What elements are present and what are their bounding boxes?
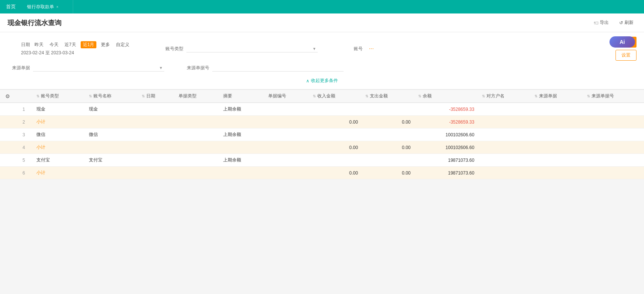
summary-cell: [219, 141, 264, 154]
filter-area: 日期 昨天 今天 近7天 近1月 更多 自定义 2023-02-24 至 202…: [0, 32, 644, 90]
column-settings[interactable]: ⚙: [0, 90, 15, 103]
refresh-button[interactable]: ↺ 刷新: [616, 18, 636, 27]
column-doc-no[interactable]: 单据编号: [264, 90, 309, 103]
balance-cell: 100102606.60: [414, 141, 478, 154]
table-row: 6 小计 0.00 0.00 19871073.60: [0, 167, 644, 179]
summary-cell: [219, 167, 264, 179]
expense-cell: [362, 128, 414, 141]
column-counterparty[interactable]: ⇅对方户名: [478, 90, 531, 103]
column-source-doc-no[interactable]: ⇅来源单据号: [583, 90, 644, 103]
column-expense[interactable]: ⇅支出金额: [362, 90, 414, 103]
account-type-cell: 微信: [33, 128, 85, 141]
source-doc-select[interactable]: ▾: [33, 64, 164, 72]
row-checkbox[interactable]: [0, 128, 15, 141]
column-source-doc[interactable]: ⇅来源单据: [531, 90, 583, 103]
row-checkbox[interactable]: [0, 116, 15, 128]
account-name-cell: [85, 141, 138, 154]
table-row: 3 微信 微信 上期余额 100102606.60: [0, 128, 644, 141]
account-name-cell: [85, 167, 138, 179]
date-opt-yesterday[interactable]: 昨天: [33, 41, 45, 48]
doc-type-cell: [175, 103, 219, 116]
income-cell: [309, 154, 362, 167]
row-checkbox[interactable]: [0, 103, 15, 116]
row-number: 2: [15, 116, 33, 128]
source-doc-no-cell: [583, 128, 644, 141]
source-doc-no-cell: [583, 116, 644, 128]
source-doc-no-cell: [583, 103, 644, 116]
column-income[interactable]: ⇅收入金额: [309, 90, 362, 103]
row-number: 1: [15, 103, 33, 116]
header-actions: ↑□ 导出 ↺ 刷新: [590, 18, 636, 27]
date-range: 2023-02-24 至 2023-03-24: [8, 50, 131, 56]
date-opt-more[interactable]: 更多: [99, 41, 111, 48]
account-more-button[interactable]: ···: [366, 45, 377, 52]
doc-no-cell: [264, 167, 309, 179]
refresh-icon: ↺: [619, 20, 623, 25]
nav-home[interactable]: 首页: [0, 0, 22, 13]
row-checkbox[interactable]: [0, 154, 15, 167]
source-doc-cell: [531, 103, 583, 116]
doc-type-cell: [175, 141, 219, 154]
close-icon[interactable]: ×: [56, 5, 59, 9]
date-opt-custom[interactable]: 自定义: [114, 41, 131, 48]
settings-button[interactable]: 设置: [615, 50, 636, 61]
doc-no-cell: [264, 103, 309, 116]
date-cell: [138, 128, 175, 141]
row-number: 5: [15, 154, 33, 167]
column-account-type[interactable]: ⇅账号类型: [33, 90, 85, 103]
balance-cell: 19871073.60: [414, 167, 478, 179]
source-doc-arrow-icon: ▾: [160, 65, 162, 70]
counterparty-cell: [478, 167, 531, 179]
source-doc-cell: [531, 154, 583, 167]
counterparty-cell: [478, 141, 531, 154]
income-cell: [309, 128, 362, 141]
table-header-row: ⚙ ⇅账号类型 ⇅账号名称 ⇅日期 单据类型 摘要 单据编号 ⇅收入金额 ⇅支出…: [0, 90, 644, 103]
expense-cell: 0.00: [362, 116, 414, 128]
row-checkbox[interactable]: [0, 141, 15, 154]
table-container: ⚙ ⇅账号类型 ⇅账号名称 ⇅日期 单据类型 摘要 单据编号 ⇅收入金额 ⇅支出…: [0, 90, 644, 179]
column-account-name[interactable]: ⇅账号名称: [85, 90, 138, 103]
table-row: 2 小计 0.00 0.00 -3528659.33: [0, 116, 644, 128]
column-summary[interactable]: 摘要: [219, 90, 264, 103]
doc-no-cell: [264, 128, 309, 141]
page-title: 现金银行流水查询: [8, 18, 62, 27]
source-doc-cell: [531, 128, 583, 141]
source-doc-no-input[interactable]: [212, 64, 344, 72]
top-navigation: 首页 收款单×付款单×其他收入单×应收应付调整单×银行存取款单×预收冲应收单×收…: [0, 0, 644, 13]
ai-badge[interactable]: Ai: [609, 36, 635, 48]
gear-icon[interactable]: ⚙: [5, 93, 10, 99]
date-opt-today[interactable]: 今天: [48, 41, 60, 48]
subtotal-label: 小计: [33, 167, 85, 179]
column-balance[interactable]: ⇅余额: [414, 90, 478, 103]
account-name-cell: 支付宝: [85, 154, 138, 167]
account-name-cell: [85, 116, 138, 128]
column-date[interactable]: ⇅日期: [138, 90, 175, 103]
expense-cell: [362, 154, 414, 167]
nav-tab-银行存取款单[interactable]: 银行存取款单×: [22, 0, 73, 13]
expense-cell: [362, 103, 414, 116]
balance-cell: 19871073.60: [414, 154, 478, 167]
date-opt-1month[interactable]: 近1月: [81, 41, 97, 48]
summary-cell: 上期余额: [219, 103, 264, 116]
collapse-bar[interactable]: ∧ 收起更多条件: [8, 75, 636, 85]
balance-cell: -3528659.33: [414, 116, 478, 128]
source-doc-label: 来源单据: [8, 65, 30, 71]
date-opt-7days[interactable]: 近7天: [63, 41, 78, 48]
counterparty-cell: [478, 116, 531, 128]
doc-no-cell: [264, 141, 309, 154]
account-type-select[interactable]: ▾: [186, 45, 318, 52]
counterparty-cell: [478, 103, 531, 116]
income-cell: [309, 103, 362, 116]
balance-cell: 100102606.60: [414, 128, 478, 141]
doc-no-cell: [264, 116, 309, 128]
summary-cell: [219, 116, 264, 128]
source-doc-no-cell: [583, 167, 644, 179]
row-checkbox[interactable]: [0, 167, 15, 179]
subtotal-label: 小计: [33, 116, 85, 128]
column-doc-type[interactable]: 单据类型: [175, 90, 219, 103]
account-name-cell: 微信: [85, 128, 138, 141]
date-cell: [138, 154, 175, 167]
table-row: 4 小计 0.00 0.00 100102606.60: [0, 141, 644, 154]
source-doc-no-cell: [583, 141, 644, 154]
export-button[interactable]: ↑□ 导出: [590, 18, 612, 27]
